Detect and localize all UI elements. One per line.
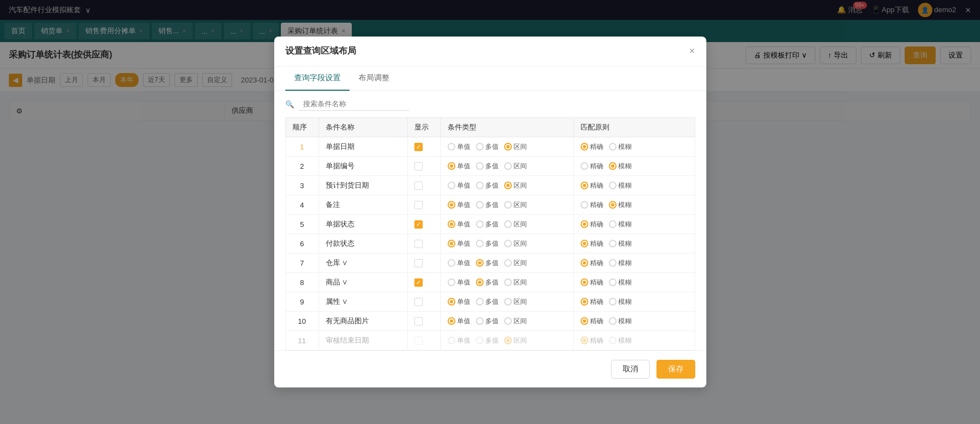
tab-layout[interactable]: 布局调整 xyxy=(350,66,398,91)
dialog-close-button[interactable]: × xyxy=(689,45,695,57)
dialog-table: 顺序 条件名称 显示 条件类型 匹配原则 1单据日期单值多值区间精确模糊2单据编… xyxy=(285,117,695,130)
col-display: 显示 xyxy=(407,118,440,130)
dialog-tabs: 查询字段设置 布局调整 xyxy=(274,66,706,91)
search-bar: 🔍 xyxy=(274,91,706,117)
dialog-table-wrap: 顺序 条件名称 显示 条件类型 匹配原则 1单据日期单值多值区间精确模糊2单据编… xyxy=(274,117,706,130)
tab-fields[interactable]: 查询字段设置 xyxy=(285,66,350,91)
dialog-overlay: 设置查询区域布局 × 查询字段设置 布局调整 🔍 顺序 条件名称 显示 条件类型 xyxy=(0,0,980,130)
col-name: 条件名称 xyxy=(319,118,407,130)
dialog-title: 设置查询区域布局 xyxy=(285,45,356,57)
col-match: 匹配原则 xyxy=(573,118,695,130)
settings-dialog: 设置查询区域布局 × 查询字段设置 布局调整 🔍 顺序 条件名称 显示 条件类型 xyxy=(274,37,706,130)
dialog-header: 设置查询区域布局 × xyxy=(274,37,706,66)
col-type: 条件类型 xyxy=(440,118,573,130)
search-input[interactable] xyxy=(299,97,409,111)
search-icon: 🔍 xyxy=(285,100,294,108)
col-order: 顺序 xyxy=(285,118,319,130)
